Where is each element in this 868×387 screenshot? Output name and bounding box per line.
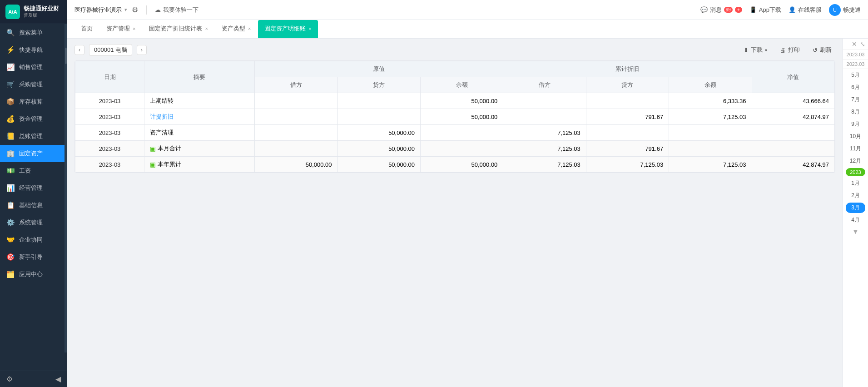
sidebar-item-label: 企业协同 — [19, 236, 43, 244]
col-original-value: 原值 — [255, 61, 503, 77]
info-icon: 📋 — [6, 201, 15, 209]
prev-asset-btn[interactable]: ‹ — [74, 45, 84, 55]
close-panel-icon[interactable]: ✕ — [852, 40, 857, 48]
company-selector[interactable]: 医疗器械行业演示 ▾ — [74, 6, 127, 14]
sidebar-item-label: 应用中心 — [19, 270, 43, 278]
month-10[interactable]: 10月 — [843, 130, 868, 143]
collapse-icon[interactable]: ◀ — [55, 375, 61, 383]
left-arrow-icon: ‹ — [79, 47, 80, 53]
table-row-orig-balance: 50,000.00 — [420, 109, 503, 125]
search-icon: 🔍 — [6, 29, 15, 37]
table-row-accum-credit — [586, 93, 669, 109]
table-row-orig-balance — [420, 141, 503, 157]
sidebar-item-label: 工资 — [19, 167, 31, 175]
month-7[interactable]: 7月 — [843, 94, 868, 106]
experience-button[interactable]: ☁ 我要体验一下 — [155, 6, 198, 14]
tab-asset-detail[interactable]: 固定资产明细账 × — [258, 20, 317, 38]
print-btn[interactable]: 🖨 打印 — [776, 44, 804, 56]
month-3[interactable]: 3月 — [846, 203, 865, 213]
tab-asset-type-close[interactable]: × — [248, 26, 251, 31]
col-orig-debit: 借方 — [255, 77, 337, 93]
table-row-summary: ▣ 本月合计 — [144, 141, 255, 157]
sidebar-item-app-center[interactable]: 🗂️ 应用中心 — [0, 266, 67, 283]
message-btn[interactable]: 💬 消息 99+ — [700, 6, 742, 14]
year-label-top: 2023.03 — [843, 50, 868, 60]
month-5[interactable]: 5月 — [843, 69, 868, 81]
sidebar-item-label: 销售管理 — [19, 63, 43, 71]
sidebar-item-purchase[interactable]: 🛒 采购管理 — [0, 76, 67, 93]
tab-asset-detail-label: 固定资产明细账 — [264, 25, 306, 33]
sidebar-item-sales[interactable]: 📈 销售管理 — [0, 59, 67, 76]
customer-service-btn[interactable]: 👤 在线客服 — [789, 6, 822, 14]
sidebar-item-base-info[interactable]: 📋 基础信息 — [0, 197, 67, 214]
asset-tag: 000001 电脑 — [89, 44, 132, 56]
month-4[interactable]: 4月 — [843, 214, 868, 226]
table-row-orig-credit: 50,000.00 — [337, 141, 420, 157]
main-area: 医疗器械行业演示 ▾ ⚙ ☁ 我要体验一下 💬 消息 99+ 📱 App下载 👤 — [67, 0, 868, 387]
table-row-accum-debit: 7,125.03 — [503, 141, 586, 157]
building-icon: 🏢 — [6, 149, 15, 158]
operations-icon: 📊 — [6, 184, 15, 192]
tab-asset-mgmt[interactable]: 资产管理 × — [100, 20, 142, 38]
sidebar-item-label: 固定资产 — [19, 149, 43, 158]
table-row-net-value: 42,874.97 — [752, 109, 834, 125]
sidebar-item-search[interactable]: 🔍 搜索菜单 — [0, 24, 67, 41]
month-list: 5月 6月 7月 8月 9月 10月 11月 12月 2023 1月 2月 3月… — [843, 69, 868, 387]
expand-panel-icon[interactable]: ⤡ — [860, 40, 865, 48]
experience-label: 我要体验一下 — [163, 6, 198, 14]
tab-depreciation-stats-close[interactable]: × — [205, 26, 208, 31]
month-8[interactable]: 8月 — [843, 106, 868, 118]
sidebar-item-fixed-assets[interactable]: 🏢 固定资产 — [0, 145, 67, 162]
tab-asset-type[interactable]: 资产类型 × — [215, 20, 257, 38]
experience-icon: ☁ — [155, 6, 161, 13]
tab-home[interactable]: 首页 — [74, 20, 99, 38]
table-row-accum-balance — [669, 141, 752, 157]
table-row-date: 2023-03 — [75, 109, 144, 125]
sidebar-item-cooperation[interactable]: 🤝 企业协同 — [0, 231, 67, 248]
table-row-orig-debit — [255, 93, 337, 109]
sidebar-item-system[interactable]: ⚙️ 系统管理 — [0, 214, 67, 231]
service-icon: 👤 — [789, 6, 796, 13]
sidebar-item-quick-nav[interactable]: ⚡ 快捷导航 — [0, 41, 67, 59]
tab-depreciation-stats[interactable]: 固定资产折旧统计表 × — [143, 20, 214, 38]
month-12[interactable]: 12月 — [843, 155, 868, 167]
tab-asset-detail-close[interactable]: × — [308, 26, 311, 31]
month-6[interactable]: 6月 — [843, 81, 868, 94]
table-row-accum-balance: 7,125.03 — [669, 157, 752, 173]
asset-tag-text: 000001 电脑 — [94, 46, 127, 53]
message-icon: 💬 — [700, 6, 708, 13]
company-name: 医疗器械行业演示 — [74, 6, 122, 14]
money-icon: 💰 — [6, 115, 15, 123]
refresh-btn[interactable]: ↺ 刷新 — [809, 44, 835, 56]
table-row-summary[interactable]: 计提折旧 — [144, 109, 255, 125]
settings-btn-icon[interactable]: ⚙ — [132, 5, 138, 14]
sidebar-item-finance[interactable]: 💰 资金管理 — [0, 110, 67, 128]
app-download-btn[interactable]: 📱 App下载 — [749, 6, 781, 14]
download-btn[interactable]: ⬇ 下载 ▾ — [740, 44, 771, 56]
user-profile[interactable]: U 畅捷通 — [829, 4, 861, 16]
next-asset-btn[interactable]: › — [137, 45, 147, 55]
sidebar-scrollbar[interactable] — [64, 24, 67, 352]
settings-icon[interactable]: ⚙ — [6, 375, 13, 383]
month-1[interactable]: 1月 — [843, 177, 868, 189]
app-download-label: App下载 — [759, 6, 781, 14]
sidebar-item-operations[interactable]: 📊 经营管理 — [0, 179, 67, 197]
sidebar-item-ledger[interactable]: 📒 总账管理 — [0, 128, 67, 145]
month-11[interactable]: 11月 — [843, 143, 868, 155]
book-icon: 📒 — [6, 132, 15, 140]
sidebar-item-guide[interactable]: 🎯 新手引导 — [0, 248, 67, 266]
badge-plus: + — [735, 7, 742, 13]
tab-asset-mgmt-close[interactable]: × — [133, 26, 135, 31]
table-row-accum-balance: 7,125.03 — [669, 109, 752, 125]
gear-icon: ⚙️ — [6, 218, 15, 227]
panel-down-arrow[interactable]: ▼ — [843, 226, 868, 237]
sidebar-item-label: 总账管理 — [19, 132, 43, 140]
right-arrow-icon: › — [141, 47, 143, 53]
sidebar-item-salary[interactable]: 💵 工资 — [0, 162, 67, 179]
divider — [146, 5, 147, 15]
month-9[interactable]: 9月 — [843, 118, 868, 130]
content-area: ‹ 000001 电脑 › ⬇ 下载 ▾ 🖨 打印 — [67, 39, 868, 387]
sidebar-item-inventory[interactable]: 📦 库存核算 — [0, 93, 67, 110]
month-2[interactable]: 2月 — [843, 189, 868, 202]
table-row-orig-credit: 50,000.00 — [337, 125, 420, 141]
